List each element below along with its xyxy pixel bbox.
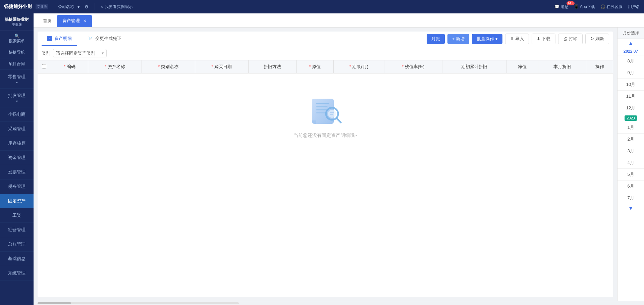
tab-assets[interactable]: 资产管理 ✕ — [57, 15, 92, 27]
sidebar-item-tax[interactable]: 税务管理 — [0, 180, 34, 194]
sidebar-item-ecommerce[interactable]: 小畅电商 — [0, 107, 34, 122]
print-label: 打印 — [569, 36, 578, 42]
table-header-purchase-date: 购买日期 — [195, 60, 248, 73]
import-label: 导入 — [515, 36, 524, 42]
svg-rect-4 — [316, 112, 325, 113]
sidebar-item-basic[interactable]: 基础信息 — [0, 252, 34, 266]
add-button[interactable]: + 新增 — [447, 34, 469, 44]
reconcile-button[interactable]: 对账 — [427, 34, 445, 44]
sidebar-item-inventory[interactable]: 库存核算 — [0, 136, 34, 151]
month-item-10[interactable]: 10月 — [618, 79, 644, 91]
horizontal-scrollbar[interactable] — [38, 302, 239, 304]
online-service-btn[interactable]: 🎧 在线客服 — [600, 4, 623, 10]
headset-icon: 🎧 — [600, 4, 605, 9]
month-item-1[interactable]: 1月 — [618, 122, 644, 134]
month-down-btn[interactable]: ▼ — [628, 205, 634, 211]
sidebar-item-finance[interactable]: 资金管理 — [0, 151, 34, 165]
subtab-detail[interactable]: ≡ 资产明细 — [42, 32, 77, 46]
table-header-net-value: 净值 — [506, 60, 538, 73]
svg-point-6 — [328, 110, 336, 118]
message-icon: 💬 — [554, 4, 559, 9]
import-button[interactable]: ⬆ 导入 — [505, 34, 529, 44]
app-download-btn[interactable]: 📱 App下载 — [574, 4, 595, 10]
svg-rect-2 — [316, 106, 328, 107]
voucher-tab-icon: 📄 — [88, 36, 93, 41]
panel-toggle-btn[interactable]: ‹ — [617, 158, 618, 171]
sidebar-invoice-label: 发票管理 — [8, 169, 25, 175]
svg-line-7 — [336, 118, 341, 122]
sidebar-item-search[interactable]: 🔍 搜索菜单 — [0, 31, 34, 47]
user-area[interactable]: 用户名 — [628, 4, 640, 10]
subtab-detail-label: 资产明细 — [54, 36, 72, 42]
sidebar-item-management[interactable]: 经营管理 — [0, 223, 34, 237]
online-service-label: 在线客服 — [606, 4, 623, 10]
sidebar-item-wholesale[interactable]: 批发管理 — [0, 89, 34, 107]
search-icon: 🔍 — [14, 34, 19, 38]
search-label: 搜索菜单 — [3, 38, 31, 44]
sidebar-salary-label: 工资 — [12, 212, 21, 218]
sidebar-item-retail[interactable]: 零售管理 — [0, 70, 34, 89]
detail-tab-icon: ≡ — [47, 36, 52, 41]
month-item-5[interactable]: 5月 — [618, 169, 644, 181]
sidebar-item-quicknav[interactable]: 快捷导航 — [0, 47, 34, 58]
content-area: 首页 资产管理 ✕ ≡ 资产明细 — [34, 13, 644, 305]
month-item-8[interactable]: 8月 — [618, 55, 644, 67]
sidebar-system-label: 系统管理 — [8, 270, 25, 276]
category-filter-select[interactable]: 请选择固定资产类别 房屋建筑物 机器设备 运输工具 电子设备 其他 — [53, 49, 107, 57]
month-item-3[interactable]: 3月 — [618, 145, 644, 157]
print-button[interactable]: 🖨 打印 — [558, 34, 583, 44]
category-filter-label: 类别 — [42, 50, 50, 56]
sidebar-item-ledger[interactable]: 总账管理 — [0, 237, 34, 252]
subtab-voucher[interactable]: 📄 变更生成凭证 — [83, 32, 127, 46]
select-all-checkbox[interactable] — [42, 64, 46, 68]
print-icon: 🖨 — [563, 36, 568, 41]
sidebar-item-contract[interactable]: 项目合同 — [0, 58, 34, 70]
sidebar-logo: 畅捷通好业财 专业版 — [0, 13, 34, 31]
table-header-residual-rate: 残值率(%) — [384, 60, 442, 73]
month-item-6[interactable]: 6月 — [618, 181, 644, 192]
download-button[interactable]: ⬇ 下载 — [532, 34, 555, 44]
tab-close-icon[interactable]: ✕ — [83, 18, 87, 23]
sidebar-tax-label: 税务管理 — [8, 184, 25, 190]
month-item-12[interactable]: 12月 — [618, 102, 644, 114]
empty-state: 当前您还没有固定资产明细哦~ — [38, 73, 613, 159]
tab-home[interactable]: 首页 — [38, 15, 57, 27]
sidebar-wholesale-label: 批发管理 — [8, 93, 25, 99]
month-item-7[interactable]: 7月 — [618, 192, 644, 204]
month-nav: ▲ — [618, 39, 644, 48]
year-2023-badge: 2023 — [625, 115, 637, 121]
sidebar-retail-label: 零售管理 — [8, 74, 25, 80]
month-item-4[interactable]: 4月 — [618, 157, 644, 169]
batch-button[interactable]: 批量操作 ▾ — [472, 34, 502, 44]
table-header-operation: 操作 — [586, 60, 613, 73]
month-item-11[interactable]: 11月 — [618, 91, 644, 102]
sidebar-item-purchase[interactable]: 采购管理 — [0, 122, 34, 136]
subtab-voucher-label: 变更生成凭证 — [95, 36, 121, 42]
sidebar-ecommerce-label: 小畅电商 — [8, 111, 25, 117]
sidebar-basic-label: 基础信息 — [8, 256, 25, 262]
sidebar-assets-label: 固定资产 — [8, 198, 25, 204]
demo-link[interactable]: ○ 我要看实例演示 — [101, 4, 133, 10]
sidebar-item-assets[interactable]: 固定资产 — [0, 194, 34, 208]
sidebar-item-system[interactable]: 系统管理 — [0, 266, 34, 281]
batch-label: 批量操作 — [477, 36, 494, 42]
month-up-btn[interactable]: ▲ — [628, 40, 634, 46]
message-badge: 99+ — [567, 1, 574, 5]
company-name: 公司名称 — [58, 4, 74, 10]
top-bar-right: 💬 消息 99+ 📱 App下载 🎧 在线客服 用户名 — [554, 4, 640, 10]
month-item-9[interactable]: 9月 — [618, 67, 644, 79]
month-nav-down: ▼ — [618, 204, 644, 213]
settings-icon[interactable]: ⚙ — [85, 4, 89, 9]
empty-illustration — [305, 94, 345, 127]
message-btn[interactable]: 💬 消息 99+ — [554, 4, 569, 10]
refresh-button[interactable]: ↻ 刷新 — [585, 34, 609, 44]
bottom-scrollbar-area — [34, 301, 644, 305]
dropdown-icon[interactable]: ▾ — [77, 4, 80, 9]
month-item-2[interactable]: 2月 — [618, 134, 644, 145]
refresh-icon: ↻ — [590, 36, 594, 41]
sidebar-item-salary[interactable]: 工资 — [0, 208, 34, 223]
svg-rect-1 — [316, 103, 329, 104]
table-header-depreciation-method: 折旧方法 — [248, 60, 296, 73]
refresh-label: 刷新 — [595, 36, 604, 42]
sidebar-item-invoice[interactable]: 发票管理 — [0, 165, 34, 180]
